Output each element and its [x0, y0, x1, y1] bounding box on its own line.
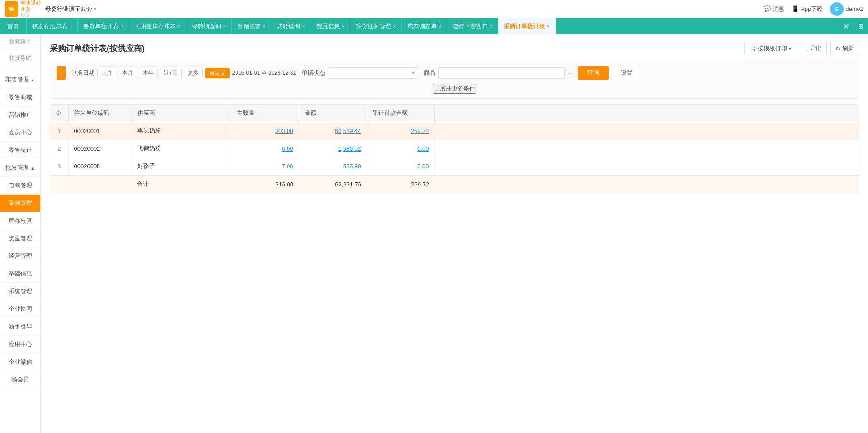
sidebar-item-retail-stats[interactable]: 零售统计	[0, 142, 40, 159]
sidebar-search[interactable]: 搜索菜单	[0, 34, 40, 50]
message-button[interactable]: 💬 消息	[764, 5, 784, 13]
sidebar-item-retail-mall[interactable]: 零售商城	[0, 89, 40, 106]
export-button[interactable]: ↓ 导出	[801, 42, 827, 55]
footer-total-label: 合计	[132, 175, 231, 193]
workspace-selector[interactable]: 母婴行业演示账套 ▾	[45, 5, 764, 13]
row-amount-2[interactable]: 1,586.52	[299, 140, 367, 157]
query-button[interactable]: 查询	[578, 66, 609, 80]
last-month-btn[interactable]: 上月	[97, 68, 116, 78]
row-amount-3[interactable]: 525.80	[299, 157, 367, 176]
close-icon[interactable]: ×	[263, 24, 265, 29]
sidebar-item-member-plus[interactable]: 畅会员	[0, 371, 40, 389]
row-supplier-1: 惠氏奶粉	[132, 122, 231, 140]
sidebar-item-inventory[interactable]: 库存核算	[0, 212, 40, 230]
tab-invite-downstream[interactable]: 邀请下游客户 ×	[447, 18, 498, 34]
app-download-button[interactable]: 📱 App下载	[792, 5, 823, 13]
table-row: 3 00020005 好孩子 7.00 525.80 0.00	[50, 157, 859, 176]
close-icon[interactable]: ×	[393, 24, 396, 29]
close-icon[interactable]: ×	[302, 24, 305, 29]
this-month-btn[interactable]: 本月	[118, 68, 137, 78]
row-paid-1[interactable]: 259.72	[367, 122, 434, 140]
table-header-row: ⚙ 往来单位编码 供应商 主数量	[50, 105, 859, 122]
filter-bar: › 单据日期 上月 本月 本年 近7天 更多 自定义 2016-01	[50, 61, 859, 99]
close-icon[interactable]: ×	[120, 24, 123, 29]
sidebar-quick-nav[interactable]: 快捷导航	[0, 50, 40, 67]
row-index-1: 1	[50, 122, 68, 140]
tab-home[interactable]: 首页	[0, 18, 27, 34]
sidebar-item-wechat[interactable]: 企业微信	[0, 353, 40, 371]
this-year-btn[interactable]: 本年	[139, 68, 158, 78]
row-paid-2[interactable]: 0.00	[367, 140, 434, 157]
workspace-name: 母婴行业演示账套	[45, 5, 92, 13]
close-icon[interactable]: ×	[69, 24, 72, 29]
goods-input[interactable]	[438, 67, 565, 79]
row-index-3: 3	[50, 157, 68, 176]
chevron-down-icon: ▾	[789, 46, 791, 51]
print-button[interactable]: 🖨 按模板打印 ▾	[744, 42, 797, 55]
purchase-stats-table: ⚙ 往来单位编码 供应商 主数量	[50, 105, 859, 193]
row-paid-3[interactable]: 0.00	[367, 157, 434, 176]
row-amount-1[interactable]: 60,519.44	[299, 122, 367, 140]
user-profile[interactable]: E demo2	[830, 2, 863, 16]
row-code-3: 00020005	[68, 157, 132, 176]
close-icon[interactable]: ×	[178, 24, 180, 29]
tab-cost-adjust[interactable]: 成本调整单 ×	[402, 18, 447, 34]
row-qty-2[interactable]: 6.00	[231, 140, 299, 157]
chevron-down-icon: ⌄	[434, 86, 439, 92]
close-icon[interactable]: ×	[342, 24, 344, 29]
layout: 搜索菜单 快捷导航 零售管理 ▲ 零售商城 营销推广 会员中心 零售统计 批发管…	[0, 34, 868, 433]
goods-label: 商品	[424, 69, 435, 77]
row-qty-3[interactable]: 7.00	[231, 157, 299, 176]
page-container: 采购订单统计表(按供应商) 🖨 按模板打印 ▾ ↓ 导出 ↻ 刷新	[41, 34, 868, 433]
close-icon[interactable]: ×	[547, 24, 549, 29]
tab-overstock[interactable]: 超储预警 ×	[232, 18, 271, 34]
sidebar-item-purchase[interactable]: 采购管理	[0, 195, 40, 212]
ellipsis-icon[interactable]: ···	[567, 70, 572, 76]
refresh-button[interactable]: ↻ 刷新	[830, 42, 859, 55]
sidebar-divider	[0, 69, 40, 69]
status-label: 单据状态	[302, 69, 325, 77]
status-select[interactable]	[328, 67, 418, 79]
tab-function-desc[interactable]: 功能说明 ×	[271, 18, 311, 34]
row-qty-1[interactable]: 303.00	[231, 122, 299, 140]
sidebar-item-new-guide[interactable]: 新手引导	[0, 318, 40, 336]
column-settings-icon[interactable]: ⚙	[56, 109, 61, 117]
page-actions: 🖨 按模板打印 ▾ ↓ 导出 ↻ 刷新	[744, 42, 859, 55]
sidebar-item-retail-management[interactable]: 零售管理 ▲	[0, 71, 40, 89]
sidebar-item-members[interactable]: 会员中心	[0, 124, 40, 142]
table-row: 2 00020002 飞鹤奶粉 6.00 1,586.52 0.00	[50, 140, 859, 157]
sidebar-item-operations[interactable]: 经营管理	[0, 247, 40, 265]
filter-toggle-button[interactable]: ›	[57, 66, 66, 80]
settings-button[interactable]: 设置	[614, 66, 639, 80]
sidebar-item-basic-info[interactable]: 基础信息	[0, 265, 40, 283]
logo: 畅 畅捷通好生意 标版	[5, 0, 45, 17]
sidebar-item-finance[interactable]: 资金管理	[0, 230, 40, 247]
close-icon[interactable]: ×	[439, 24, 441, 29]
footer-total-paid: 259.72	[367, 175, 434, 193]
sidebar-item-system[interactable]: 系统管理	[0, 283, 40, 300]
tab-receipts[interactable]: 收发存汇总表 ×	[27, 18, 78, 34]
last-7-days-btn[interactable]: 近7天	[160, 68, 182, 78]
tab-order-stats[interactable]: 要货单统计表 ×	[78, 18, 129, 34]
tab-purchase-order-stats[interactable]: 采购订单统计表 ×	[498, 18, 555, 34]
close-all-tabs-button[interactable]: ✕	[839, 22, 854, 31]
close-icon[interactable]: ×	[490, 24, 492, 29]
close-icon[interactable]: ×	[223, 24, 226, 29]
sidebar-item-marketing[interactable]: 营销推广	[0, 106, 40, 124]
tab-config[interactable]: 配置信息 ×	[311, 18, 350, 34]
sidebar-item-app-center[interactable]: 应用中心	[0, 336, 40, 353]
more-dates-btn[interactable]: 更多	[184, 68, 203, 78]
expand-more-button[interactable]: ⌄ 展开更多条件	[433, 84, 476, 94]
expand-tabs-button[interactable]: ⊞	[854, 23, 868, 30]
custom-date-btn[interactable]: 自定义	[205, 68, 230, 78]
sidebar-item-enterprise[interactable]: 企业协同	[0, 300, 40, 318]
footer-empty	[434, 175, 859, 193]
tab-expiry[interactable]: 保质期查询 ×	[186, 18, 231, 34]
sidebar-item-wholesale[interactable]: 批发管理 ▲	[0, 159, 40, 177]
tab-pick-task[interactable]: 拣货任务管理 ×	[350, 18, 401, 34]
app-icon: 📱	[792, 5, 799, 12]
filter-expand-row: ⌄ 展开更多条件	[57, 84, 852, 94]
date-quick-buttons: 上月 本月 本年 近7天 更多	[97, 68, 203, 78]
sidebar-item-ecommerce[interactable]: 电商管理	[0, 177, 40, 195]
tab-usable-stock[interactable]: 可用量库存账本 ×	[129, 18, 186, 34]
